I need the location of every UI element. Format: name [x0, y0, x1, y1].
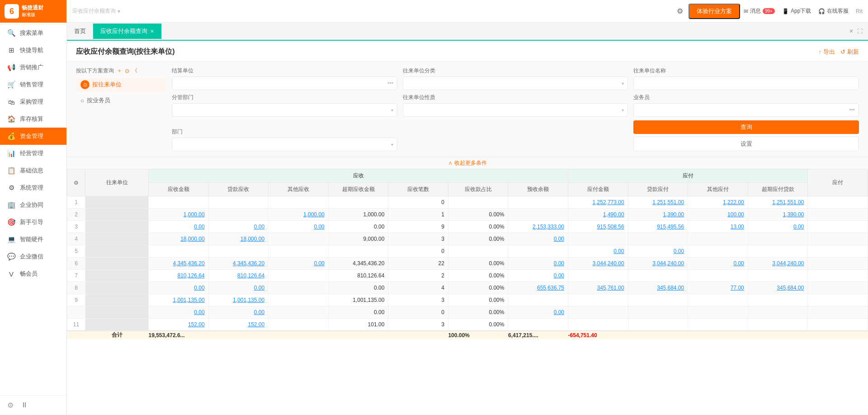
sidebar-item-inventory[interactable]: 🏠库存核算: [0, 110, 66, 128]
sidebar-item-purchase[interactable]: 🛍采购管理: [0, 93, 66, 110]
cell-ap-other[interactable]: 77.00: [688, 282, 748, 294]
filter-edit-btn[interactable]: ⊙: [125, 68, 129, 74]
cell-ar-loan[interactable]: 0.00: [208, 221, 269, 233]
cell-ap-amount[interactable]: 0.00: [568, 245, 628, 258]
cell-ap-other[interactable]: 13.00: [688, 221, 748, 233]
cell-ap-overdue[interactable]: 1,390.00: [748, 209, 808, 221]
cell-ap-loan[interactable]: 0.00: [628, 245, 688, 258]
sidebar-item-operations[interactable]: 📊经营管理: [0, 145, 66, 162]
sidebar-item-search[interactable]: 🔍搜索菜单: [0, 24, 66, 42]
online-service-action[interactable]: 🎧 在线客服: [818, 7, 849, 15]
collapse-bar[interactable]: ∧ 收起更多条件: [67, 157, 868, 169]
filter-name-input[interactable]: [633, 76, 859, 90]
cell-ar-prepay[interactable]: 0.00: [508, 270, 568, 282]
cell-ar-ratio: [448, 245, 508, 258]
cell-ar-other[interactable]: 0.00: [269, 221, 329, 233]
cell-ap-amount[interactable]: 1,490.00: [568, 209, 628, 221]
filter-add-btn[interactable]: ＋: [117, 67, 122, 75]
collapse-icon[interactable]: ⏸: [21, 401, 28, 410]
sidebar-item-wechat[interactable]: 💬企业微信: [0, 248, 66, 265]
breadcrumb-dropdown[interactable]: ▾: [118, 8, 120, 14]
cell-ar-amount[interactable]: 4,345,436.20: [149, 258, 209, 270]
sidebar-item-system[interactable]: ⚙系统管理: [0, 179, 66, 196]
sidebar-item-corp[interactable]: 🏢企业协同: [0, 196, 66, 214]
cell-ap-loan[interactable]: 3,044,240.00: [628, 258, 688, 270]
set-button[interactable]: 设置: [633, 137, 859, 151]
cell-ar-loan[interactable]: 4,345,436.20: [208, 258, 269, 270]
cell-ar-prepay[interactable]: 0.00: [508, 258, 568, 270]
cell-ar-amount[interactable]: 1,001,135.00: [149, 294, 209, 306]
cell-ar-amount[interactable]: 1,000.00: [149, 209, 209, 221]
cell-ap-loan[interactable]: 1,390.00: [628, 209, 688, 221]
cell-ar-other[interactable]: 1,000.00: [269, 209, 329, 221]
cell-ar-loan[interactable]: 18,000.00: [208, 233, 269, 245]
cell-ar-prepay[interactable]: 0.00: [508, 233, 568, 245]
cell-ap-other[interactable]: 0.00: [688, 258, 748, 270]
sidebar-item-marketing[interactable]: 📢营销推广: [0, 59, 66, 76]
cell-ar-amount[interactable]: 0.00: [149, 282, 209, 294]
topbar-settings-icon[interactable]: ⚙: [675, 5, 685, 17]
cell-ap-overdue[interactable]: 3,044,240.00: [748, 258, 808, 270]
cell-ap-amount[interactable]: 345,761.00: [568, 282, 628, 294]
filter-option-partner[interactable]: ⊙ 按往来单位: [76, 77, 166, 92]
cell-ar-amount[interactable]: 152.00: [149, 319, 209, 331]
filter-category-input[interactable]: ▾: [403, 76, 628, 90]
filter-option-salesman[interactable]: ○ 按业务员: [76, 94, 166, 107]
export-button[interactable]: ↑ 导出: [819, 48, 835, 56]
window-expand-icon[interactable]: ⛶: [857, 28, 863, 34]
promo-button[interactable]: 体验行业方案: [689, 4, 740, 19]
filter-dept-input[interactable]: ▾: [172, 103, 397, 117]
filter-type-input[interactable]: ▾: [403, 103, 628, 117]
cell-ar-amount[interactable]: 0.00: [149, 221, 209, 233]
filter-collapse-btn[interactable]: 《: [132, 67, 137, 75]
filter-division-input[interactable]: ▾: [172, 138, 397, 151]
sidebar-item-vip[interactable]: V畅会员: [0, 265, 66, 282]
cell-ar-other[interactable]: 0.00: [269, 258, 329, 270]
cell-ar-amount[interactable]: 18,000.00: [149, 233, 209, 245]
cell-ar-loan[interactable]: 0.00: [208, 282, 269, 294]
column-settings-icon[interactable]: ⚙: [74, 180, 79, 186]
cell-ar-amount[interactable]: 0.00: [149, 306, 209, 319]
footer-ar-prepay[interactable]: 6,417,215....: [508, 331, 568, 339]
cell-ar-prepay: [508, 196, 568, 209]
cell-ar-loan[interactable]: 152.00: [208, 319, 269, 331]
cell-ar-amount[interactable]: 810,126.64: [149, 270, 209, 282]
tab-home[interactable]: 首页: [67, 24, 93, 39]
sidebar-item-hardware[interactable]: 💻智能硬件: [0, 231, 66, 248]
cell-ar-loan[interactable]: 810,126.64: [208, 270, 269, 282]
cell-ap-overdue[interactable]: 345,684.00: [748, 282, 808, 294]
window-close-icon[interactable]: ✕: [849, 28, 854, 34]
cell-ap-other[interactable]: 1,222.00: [688, 196, 748, 209]
filter-settlement-input[interactable]: •••: [172, 76, 397, 90]
sidebar-item-finance[interactable]: 💰资金管理: [0, 128, 66, 145]
cell-ap-loan[interactable]: 1,251,551.00: [628, 196, 688, 209]
cell-ap-amount: [568, 319, 628, 331]
cell-ar-loan[interactable]: 1,001,135.00: [208, 294, 269, 306]
sidebar-item-nav[interactable]: ⊞快捷导航: [0, 42, 66, 59]
settings-icon[interactable]: ⚙: [7, 401, 14, 410]
cell-ap-amount[interactable]: 1,252,773.00: [568, 196, 628, 209]
query-button[interactable]: 查询: [633, 120, 859, 134]
tab-close-icon[interactable]: ✕: [150, 29, 154, 34]
cell-ap-other[interactable]: 100.00: [688, 209, 748, 221]
tab-ar-ap[interactable]: 应收应付余额查询 ✕: [93, 24, 161, 39]
cell-ap-overdue[interactable]: 0.00: [748, 221, 808, 233]
footer-ar-amount[interactable]: 19,553,472.6...: [149, 331, 209, 339]
cell-ar-loan[interactable]: 0.00: [208, 306, 269, 319]
filter-salesman-input[interactable]: •••: [633, 103, 859, 117]
cell-ap-loan[interactable]: 915,495.56: [628, 221, 688, 233]
refresh-button[interactable]: ↺ 刷新: [840, 48, 859, 56]
messages-action[interactable]: ✉ 消息 99+: [744, 7, 775, 15]
sidebar-item-basic[interactable]: 📋基础信息: [0, 162, 66, 179]
cell-ar-prepay[interactable]: 2,153,333.00: [508, 221, 568, 233]
cell-ap-loan[interactable]: 345,684.00: [628, 282, 688, 294]
app-download-action[interactable]: 📱 App下载: [782, 7, 811, 15]
cell-ap-amount[interactable]: 3,044,240.00: [568, 258, 628, 270]
cell-ap-overdue[interactable]: 1,251,551.00: [748, 196, 808, 209]
cell-ap-amount[interactable]: 915,508.56: [568, 221, 628, 233]
sidebar-item-guide[interactable]: 🎯新手引导: [0, 214, 66, 231]
cell-ar-prepay[interactable]: 655,636.75: [508, 282, 568, 294]
th-settings[interactable]: ⚙: [67, 169, 85, 196]
cell-ar-prepay[interactable]: 0.00: [508, 306, 568, 319]
sidebar-item-sales[interactable]: 🛒销售管理: [0, 76, 66, 93]
